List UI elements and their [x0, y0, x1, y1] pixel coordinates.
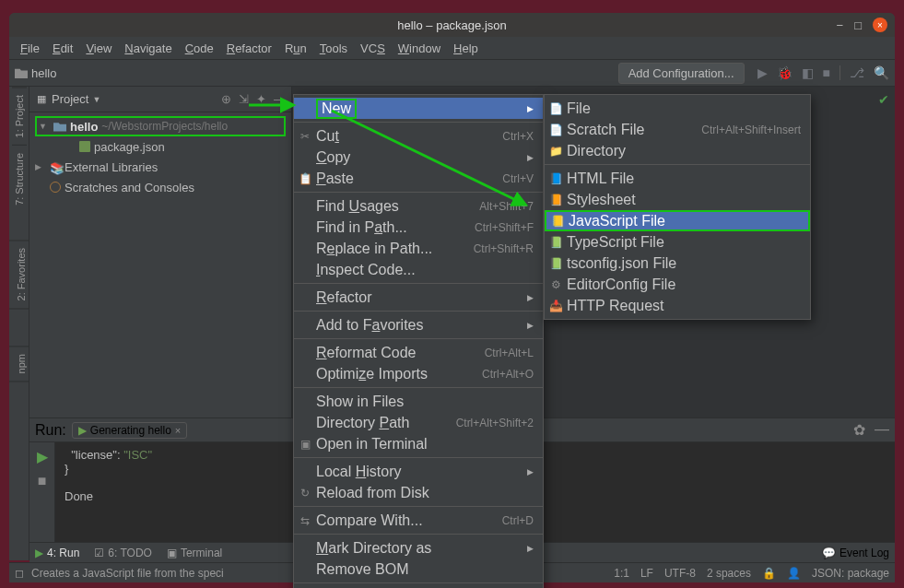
indent-info[interactable]: 2 spaces — [707, 567, 751, 580]
tree-root[interactable]: ▼ hello ~/WebstormProjects/hello — [35, 116, 286, 136]
ctx-item-find-usages[interactable]: Find UsagesAlt+Shift+7 — [294, 195, 543, 217]
project-view-label: Project — [52, 92, 88, 106]
file-icon: 📄 — [549, 102, 562, 115]
ctx-item-find-in-path-[interactable]: Find in Path...Ctrl+Shift+F — [294, 217, 543, 238]
event-log-button[interactable]: 💬 Event Log — [822, 547, 889, 559]
cursor-position[interactable]: 1:1 — [614, 567, 629, 580]
ctx-item-remove-bom[interactable]: Remove BOM — [294, 559, 543, 580]
settings-icon[interactable]: ✦ — [256, 92, 266, 106]
json-key: "license" — [71, 448, 117, 462]
ctx-item-reformat-code[interactable]: Reformat CodeCtrl+Alt+L — [294, 342, 543, 363]
coverage-icon[interactable]: ◧ — [802, 65, 814, 80]
new-item-html-file[interactable]: 📘HTML File — [545, 168, 810, 189]
tab-favorites[interactable]: 2: Favorites — [9, 240, 29, 309]
tab-terminal[interactable]: ▣ Terminal — [167, 547, 222, 559]
ctx-item-inspect-code-[interactable]: Inspect Code... — [294, 259, 543, 280]
ctx-item-refactor[interactable]: Refactor▶ — [294, 287, 543, 308]
play-icon: ▶ — [35, 547, 43, 559]
encoding[interactable]: UTF-8 — [664, 567, 696, 580]
run-tab-name: Generating hello — [90, 424, 171, 437]
menu-code[interactable]: Code — [180, 40, 219, 57]
menu-navigate[interactable]: Navigate — [119, 40, 177, 57]
menu-help[interactable]: Help — [448, 40, 484, 57]
close-tab-icon[interactable]: × — [175, 425, 181, 436]
add-configuration-button[interactable]: Add Configuration... — [618, 63, 745, 84]
tree-scratch-label: Scratches and Consoles — [65, 181, 194, 194]
run-icon[interactable]: ▶ — [757, 65, 768, 80]
locate-icon[interactable]: ⊕ — [221, 92, 231, 106]
menu-window[interactable]: Window — [393, 40, 446, 57]
menu-refactor[interactable]: Refactor — [221, 40, 277, 57]
new-item-stylesheet[interactable]: 📙Stylesheet — [545, 189, 810, 210]
line-separator[interactable]: LF — [640, 567, 653, 580]
maximize-button[interactable]: □ — [854, 18, 862, 32]
ctx-item-mark-directory-as[interactable]: Mark Directory as▶ — [294, 537, 543, 559]
run-gutter: ▶ ■ — [29, 442, 55, 542]
ctx-item-open-in-terminal[interactable]: Open in Terminal▣ — [294, 433, 543, 454]
project-view-selector[interactable]: ▦ Project ▼ — [35, 92, 100, 106]
play-icon: ▶ — [78, 424, 87, 437]
new-item-tsconfig-json-file[interactable]: 📗tsconfig.json File — [545, 253, 810, 274]
stop-icon[interactable]: ■ — [38, 473, 47, 489]
inspection-ok-icon[interactable]: ✔ — [878, 92, 889, 107]
terminal-icon: ▣ — [167, 547, 177, 559]
close-button[interactable]: × — [873, 18, 887, 32]
hide-icon[interactable]: — — [875, 421, 889, 439]
new-item-directory[interactable]: 📁Directory — [545, 140, 810, 161]
tree-file[interactable]: package.json — [35, 136, 286, 157]
tab-project[interactable]: 1: Project — [12, 87, 27, 145]
menu-vcs[interactable]: VCS — [355, 40, 391, 57]
schema-info[interactable]: JSON: package — [812, 567, 889, 580]
tab-todo[interactable]: ☑ 6: TODO — [94, 547, 152, 559]
tab-structure[interactable]: 7: Structure — [12, 145, 27, 213]
ctx-item-optimize-imports[interactable]: Optimize ImportsCtrl+Alt+O — [294, 363, 543, 384]
new-item-editorconfig-file[interactable]: ⚙EditorConfig File — [545, 274, 810, 295]
inspections-icon[interactable]: 👤 — [787, 567, 801, 580]
menu-tools[interactable]: Tools — [314, 40, 353, 57]
ctx-item-reload-from-disk[interactable]: Reload from Disk↻ — [294, 482, 543, 503]
ctx-item-cut[interactable]: Cut✂Ctrl+X — [294, 125, 543, 147]
new-item-typescript-file[interactable]: 📗TypeScript File — [545, 231, 810, 253]
collapse-icon[interactable]: ⇲ — [239, 92, 249, 106]
git-icon[interactable]: ⎇ — [850, 65, 864, 80]
search-icon[interactable]: 🔍 — [874, 65, 889, 80]
ctx-item-show-in-files[interactable]: Show in Files — [294, 391, 543, 412]
rerun-icon[interactable]: ▶ — [37, 448, 48, 465]
project-panel-header: ▦ Project ▼ ⊕ ⇲ ✦ — — [29, 87, 291, 112]
context-menu: New▶Cut✂Ctrl+XCopy▶Paste📋Ctrl+VFind Usag… — [293, 94, 544, 588]
tab-run[interactable]: ▶ 4: Run — [35, 547, 79, 559]
ctx-item-add-to-favorites[interactable]: Add to Favorites▶ — [294, 314, 543, 335]
hide-icon[interactable]: — — [274, 92, 286, 106]
ctx-item-replace-in-path-[interactable]: Replace in Path...Ctrl+Shift+R — [294, 238, 543, 259]
http-request-icon: 📥 — [549, 300, 562, 312]
menu-run[interactable]: Run — [279, 40, 312, 57]
lock-icon[interactable]: 🔒 — [762, 567, 776, 580]
tree-scratches[interactable]: Scratches and Consoles — [35, 177, 286, 197]
tool-windows-button[interactable]: ◻ — [15, 567, 24, 580]
tab-npm[interactable]: npm — [9, 346, 29, 382]
ctx-item-paste[interactable]: Paste📋Ctrl+V — [294, 168, 543, 189]
ctx-item-compare-with-[interactable]: Compare With...⇆Ctrl+D — [294, 510, 543, 531]
run-config-tab[interactable]: ▶ Generating hello × — [72, 422, 188, 439]
new-submenu: 📄File📄Scratch FileCtrl+Alt+Shift+Insert📁… — [544, 94, 811, 320]
new-item-javascript-file[interactable]: 📒JavaScript File — [545, 210, 810, 231]
new-item-scratch-file[interactable]: 📄Scratch FileCtrl+Alt+Shift+Insert — [545, 119, 810, 140]
debug-icon[interactable]: 🐞 — [777, 65, 792, 80]
minimize-button[interactable]: − — [837, 18, 844, 32]
menu-view[interactable]: View — [80, 40, 117, 57]
new-item-file[interactable]: 📄File — [545, 98, 810, 119]
breadcrumb[interactable]: hello — [15, 66, 56, 80]
ctx-item-new[interactable]: New▶ — [294, 98, 543, 119]
ctx-item-local-history[interactable]: Local History▶ — [294, 461, 543, 482]
expand-icon[interactable]: ▶ — [35, 162, 46, 171]
gear-icon[interactable]: ✿ — [853, 421, 865, 439]
tree-external-libs[interactable]: ▶ 📚 External Libraries — [35, 157, 286, 177]
stop-icon[interactable]: ■ — [823, 65, 830, 80]
menu-file[interactable]: File — [15, 40, 45, 57]
new-item-http-request[interactable]: 📥HTTP Request — [545, 295, 810, 316]
ctx-item-copy[interactable]: Copy▶ — [294, 147, 543, 168]
expand-icon[interactable]: ▼ — [39, 122, 50, 131]
open-in-terminal-icon: ▣ — [299, 438, 311, 451]
menu-edit[interactable]: Edit — [47, 40, 78, 57]
ctx-item-directory-path[interactable]: Directory PathCtrl+Alt+Shift+2 — [294, 412, 543, 433]
